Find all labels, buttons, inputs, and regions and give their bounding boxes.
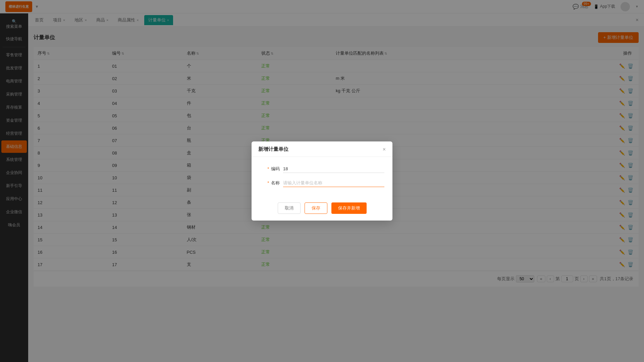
dialog-title: 新增计量单位 bbox=[258, 146, 288, 153]
save-and-new-button[interactable]: 保存并新增 bbox=[331, 202, 367, 214]
dialog-header: 新增计量单位 × bbox=[252, 141, 392, 157]
required-mark-name: * bbox=[267, 180, 269, 185]
form-row-code: * 编码 bbox=[260, 165, 384, 173]
code-label-text: 编码 bbox=[271, 166, 280, 171]
dialog-overlay[interactable]: 新增计量单位 × * 编码 * 名称 取消 保存 保存并新增 bbox=[0, 0, 644, 362]
cancel-button[interactable]: 取消 bbox=[278, 202, 301, 214]
add-unit-dialog: 新增计量单位 × * 编码 * 名称 取消 保存 保存并新增 bbox=[252, 141, 392, 221]
form-row-name: * 名称 bbox=[260, 179, 384, 187]
dialog-close-button[interactable]: × bbox=[383, 147, 386, 152]
name-input[interactable] bbox=[283, 179, 384, 187]
form-code-label: * 编码 bbox=[260, 166, 280, 172]
dialog-footer: 取消 保存 保存并新增 bbox=[252, 198, 392, 221]
dialog-body: * 编码 * 名称 bbox=[252, 157, 392, 198]
form-name-label: * 名称 bbox=[260, 180, 280, 186]
required-mark-code: * bbox=[267, 166, 269, 171]
code-input[interactable] bbox=[283, 165, 384, 173]
save-button[interactable]: 保存 bbox=[305, 202, 327, 214]
name-label-text: 名称 bbox=[271, 180, 280, 185]
